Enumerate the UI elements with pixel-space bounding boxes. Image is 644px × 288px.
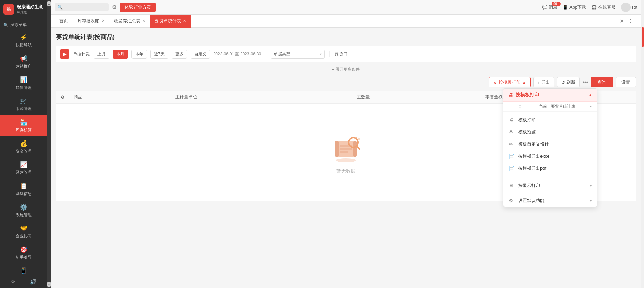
template-export-pdf-icon: 📄 (509, 166, 515, 171)
online-service-item[interactable]: 🎧 在线客服 (591, 4, 616, 10)
trial-button[interactable]: 体验行业方案 (120, 3, 156, 12)
empty-illustration (329, 131, 363, 164)
settings-icon[interactable]: ⚙ (11, 278, 16, 285)
topbar-search-box[interactable]: 🔍 (55, 3, 109, 11)
date-custom-btn[interactable]: 自定义 (191, 50, 210, 59)
tab-batch-account-close[interactable]: ✕ (101, 19, 105, 23)
sidebar-item-label: 销售管理 (16, 85, 32, 91)
date-prev-month-btn[interactable]: 上月 (94, 50, 109, 59)
tab-order-stats[interactable]: 要货单统计表 ✕ (150, 15, 191, 28)
expand-more-btn[interactable]: ▾ 展开更多条件 (329, 65, 362, 74)
template-print-item[interactable]: 🖨 模板打印 (503, 114, 597, 126)
sidebar-item-label: 基础信息 (16, 191, 32, 197)
default-func-label: 设置默认功能 (518, 198, 545, 204)
topbar-gear-icon[interactable]: ⚙ (112, 4, 117, 10)
display-print-label: 按显示打印 (518, 183, 540, 189)
export-icon: ↑ (538, 80, 540, 85)
template-custom-design-item[interactable]: ✏ 模板自定义设计 (503, 138, 597, 150)
print-dropdown-title: 按模板打印 (516, 92, 539, 98)
sidebar-item-marketing[interactable]: 📢 营销推广 (0, 52, 47, 73)
sidebar-nav: ⚡ 快捷导航 📢 营销推广 📊 销售管理 🛒 采购管理 🏪 库存核算 💰 资金管… (0, 30, 47, 275)
tab-collection-summary[interactable]: 收发存汇总表 ✕ (109, 15, 150, 28)
user-item[interactable]: Rit (621, 3, 637, 12)
sound-icon[interactable]: 🔊 (30, 278, 37, 285)
template-export-pdf-item[interactable]: 📄 按模板导出pdf (503, 162, 597, 174)
col-qty-header: 主数量 (353, 91, 481, 104)
current-template-label: 当前：要货单统计表 (539, 104, 575, 109)
template-preview-label: 模板预览 (518, 129, 536, 135)
app-download-item[interactable]: 📱 App下载 (563, 4, 586, 10)
empty-state-label: 暂无数据 (336, 168, 355, 174)
template-print-label: 模板打印 (518, 117, 536, 123)
print-dropdown-collapse-icon: ▲ (588, 93, 592, 97)
operations-icon: 📈 (20, 161, 27, 168)
tab-home-label: 首页 (59, 18, 68, 24)
print-dropdown[interactable]: 🖨 按模板打印 ▲ ⊙ 当前：要货单统计表 ▾ 🖨 模板打印 👁 模板预览 (503, 88, 597, 207)
current-template-item[interactable]: ⊙ 当前：要货单统计表 ▾ (503, 102, 597, 112)
sidebar-item-inventory[interactable]: 🏪 库存核算 (0, 115, 47, 136)
template-export-excel-item[interactable]: 📄 按模板导出excel (503, 150, 597, 162)
online-service-icon: 🎧 (591, 5, 597, 10)
display-print-item[interactable]: 🖥 按显示打印 ▾ (503, 180, 597, 192)
guide-icon: 🎯 (20, 246, 27, 253)
col-settings-header[interactable]: ⚙ (56, 91, 69, 104)
sidebar-item-quick-nav[interactable]: ⚡ 快捷导航 (0, 30, 47, 52)
print-template-caret: ▲ (522, 80, 526, 85)
date-filter-label: 单据日期 (73, 51, 90, 57)
date-current-year-btn[interactable]: 本年 (131, 50, 147, 59)
cooperation-icon: 🤝 (20, 225, 27, 232)
sidebar-item-sales[interactable]: 📊 销售管理 (0, 73, 47, 94)
print-template-btn[interactable]: 🖨 按模板打印 ▲ (489, 77, 531, 87)
sidebar-item-label: 新手引导 (16, 255, 32, 260)
user-name: Rit (632, 5, 637, 10)
notification-item[interactable]: 💬 消息 99+ (542, 4, 557, 10)
display-print-arrow: ▾ (590, 184, 592, 188)
template-preview-item[interactable]: 👁 模板预览 (503, 126, 597, 138)
print-dropdown-header[interactable]: 🖨 按模板打印 ▲ (503, 89, 597, 102)
export-btn[interactable]: ↑ 导出 (533, 77, 555, 87)
scroll-up-arrow[interactable]: ▲ (47, 1, 51, 6)
filter-divider-1 (266, 51, 266, 57)
sidebar-item-purchase[interactable]: 🛒 采购管理 (0, 94, 47, 115)
app-download-icon: 📱 (563, 5, 568, 10)
sidebar-item-cooperation[interactable]: 🤝 企业协同 (0, 221, 47, 243)
purchase-icon: 🛒 (20, 97, 27, 105)
close-window-btn[interactable]: ✕ (617, 17, 626, 26)
default-func-item[interactable]: ⚙ 设置默认功能 ▾ (503, 195, 597, 207)
svg-rect-2 (335, 141, 339, 157)
date-last-7-days-btn[interactable]: 近7天 (150, 50, 168, 59)
topbar-search-input[interactable] (64, 5, 106, 10)
tab-collection-summary-close[interactable]: ✕ (142, 19, 145, 23)
maximize-window-btn[interactable]: ⛶ (628, 17, 637, 26)
query-btn[interactable]: 查询 (591, 77, 613, 87)
sidebar-item-system[interactable]: ⚙️ 系统管理 (0, 200, 47, 221)
scroll-down-arrow[interactable]: ▼ (47, 282, 51, 287)
print-template-icon: 🖨 (493, 80, 497, 85)
dropdown-main-section: 🖨 模板打印 👁 模板预览 ✏ 模板自定义设计 📄 按模板导出excel 📄 (503, 112, 597, 177)
sidebar-item-finance[interactable]: 💰 资金管理 (0, 136, 47, 158)
sidebar-item-operations[interactable]: 📈 经营管理 (0, 158, 47, 179)
settings-btn[interactable]: 设置 (616, 77, 636, 87)
tab-batch-account[interactable]: 库存批次账 ✕ (73, 15, 109, 28)
sidebar-search-item[interactable]: 🔍 搜索菜单 (0, 19, 47, 30)
refresh-btn[interactable]: ↺ 刷新 (557, 77, 580, 87)
sidebar-item-label: 资金管理 (16, 149, 32, 154)
expand-more-icon: ▾ (332, 67, 334, 72)
date-more-btn[interactable]: 更多 (172, 50, 187, 59)
action-more-icon[interactable]: ••• (582, 79, 588, 85)
template-print-icon: 🖨 (509, 117, 515, 123)
inventory-icon: 🏪 (20, 119, 27, 126)
sidebar-item-label: 企业协同 (16, 233, 32, 239)
right-scrollbar[interactable] (641, 0, 644, 288)
sidebar-item-basic[interactable]: 📋 基础信息 (0, 179, 47, 200)
tab-order-stats-close[interactable]: ✕ (183, 19, 186, 23)
filter-expand-icon-btn[interactable]: ▶ (60, 49, 69, 59)
apps-icon: 📱 (20, 267, 27, 275)
sidebar-item-guide[interactable]: 🎯 新手引导 (0, 243, 47, 264)
sidebar-logo: 畅 畅康通好生意 标准版 (0, 0, 47, 19)
date-current-month-btn[interactable]: 本月 (113, 50, 128, 59)
topbar-search-icon: 🔍 (57, 5, 63, 10)
tab-home[interactable]: 首页 (55, 15, 73, 28)
order-type-select[interactable]: 单据类型 ▾ (271, 50, 325, 59)
sidebar-item-apps[interactable]: 📱 应用中心 (0, 264, 47, 275)
